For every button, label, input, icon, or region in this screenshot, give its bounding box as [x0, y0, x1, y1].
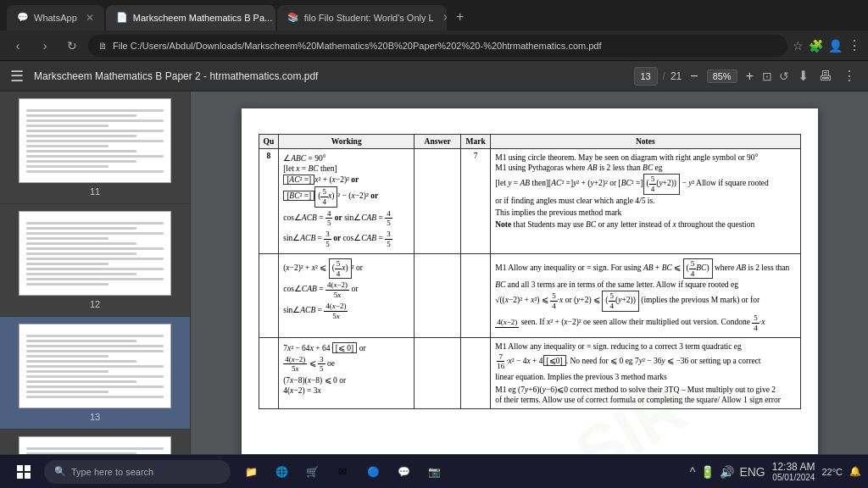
total-pages: 21 — [670, 70, 682, 82]
pdf-toolbar-right: ⬇ 🖶 ⋮ — [796, 66, 858, 86]
zoom-controls: 85% — [707, 69, 737, 83]
answer-cell — [415, 149, 461, 254]
table-row: 7x² − 64x + 64 [⩽ 0] or 4(x−2)5x ⩽ 35 oe… — [259, 337, 800, 409]
back-button[interactable]: ‹ — [7, 35, 29, 57]
more-menu-icon[interactable]: ⋮ — [848, 37, 861, 53]
tab-bar: 💬 WhatsApp ✕ 📄 Markscheem Mathematics B … — [0, 0, 868, 30]
table-row: 8 ∠ABC = 90° [let x = BC then] [AC² =]x²… — [259, 149, 800, 254]
download-button[interactable]: ⬇ — [796, 66, 810, 86]
page-minus-button[interactable]: − — [690, 69, 698, 84]
taskbar-whatsapp[interactable]: 💬 — [390, 458, 417, 485]
address-bar: ‹ › ↻ 🗎 File C:/Users/Abdul/Downloads/Ma… — [0, 30, 868, 61]
svg-rect-0 — [17, 465, 23, 471]
pdf-content: Qu Working Answer Mark Notes 8 — [259, 134, 801, 409]
zoom-value: 85% — [707, 69, 737, 83]
page-plus-button[interactable]: + — [746, 69, 754, 84]
taskbar-store[interactable]: 🛒 — [298, 458, 326, 485]
url-box[interactable]: 🗎 File C:/Users/Abdul/Downloads/Marksche… — [88, 35, 787, 57]
taskbar-pinned-icons: 📁 🌐 🛒 ✉ 🔵 💬 📷 — [237, 458, 448, 485]
question-number-3 — [259, 337, 279, 409]
rotate-button[interactable]: ↺ — [779, 69, 789, 83]
notes-cell-3: M1 Allow any inequality or = sign. reduc… — [491, 337, 800, 409]
thumb-num-11: 11 — [90, 186, 100, 197]
thumb-box-13 — [19, 324, 171, 408]
working-cell-2: (x−2)² + x² ⩽ (54x)² or cos∠CAB = 4(x−2)… — [279, 253, 415, 337]
tab-whatsapp-label: WhatsApp — [34, 13, 77, 23]
thumb-box-14 — [19, 436, 171, 454]
page-number-input[interactable] — [634, 67, 658, 86]
thumb-box-11 — [19, 98, 171, 183]
url-text: File C:/Users/Abdul/Downloads/Markscheem… — [113, 41, 777, 51]
content-area: 11 — [0, 92, 868, 454]
start-button[interactable] — [7, 458, 41, 485]
tab-markscheme[interactable]: 📄 Markscheem Mathematics B Pa... ✕ — [106, 5, 275, 30]
volume-icon[interactable]: 🔊 — [720, 465, 734, 479]
clock-date: 05/01/2024 — [772, 473, 815, 482]
taskbar-search-label: Type here to search — [71, 467, 153, 477]
taskbar-camera[interactable]: 📷 — [420, 458, 448, 485]
sys-icons: ^ 🔋 🔊 ENG — [690, 465, 765, 479]
browser-actions: ☆ 🧩 👤 ⋮ — [793, 37, 861, 53]
extension-icon[interactable]: 🧩 — [809, 39, 823, 53]
battery-icon: 🔋 — [700, 465, 715, 479]
thumbnail-14[interactable]: 14 — [0, 430, 190, 454]
refresh-button[interactable]: ↻ — [61, 35, 83, 57]
file-icon: 🗎 — [98, 41, 108, 51]
forward-button[interactable]: › — [34, 35, 56, 57]
col-answer: Answer — [415, 135, 461, 149]
taskbar-edge[interactable]: 🌐 — [268, 458, 295, 485]
pdf-viewer[interactable]: HABIB SIR Qu Working Answer Mark Notes — [191, 92, 868, 454]
col-working: Working — [279, 135, 415, 149]
pdf-title: Markscheem Mathematics B Paper 2 - htrma… — [34, 70, 627, 82]
mark-cell: 7 — [461, 149, 491, 254]
mark-cell-3 — [461, 337, 491, 409]
pdf-more-button[interactable]: ⋮ — [841, 66, 858, 86]
filo-favicon: 📚 — [287, 12, 299, 24]
thumb-box-12 — [19, 211, 171, 296]
profile-icon[interactable]: 👤 — [828, 39, 843, 53]
notification-icon[interactable]: 🔔 — [849, 466, 861, 477]
clock-time: 12:38 AM — [772, 461, 815, 473]
taskbar-system-tray: ^ 🔋 🔊 ENG 12:38 AM 05/01/2024 22°C 🔔 — [690, 461, 861, 482]
taskbar-file-explorer[interactable]: 📁 — [237, 458, 264, 485]
taskbar-search-icon: 🔍 — [54, 466, 66, 477]
pdf-page: HABIB SIR Qu Working Answer Mark Notes — [242, 108, 818, 454]
thumb-num-12: 12 — [90, 299, 100, 309]
mark-scheme-table: Qu Working Answer Mark Notes 8 — [259, 134, 801, 409]
working-cell-3: 7x² − 64x + 64 [⩽ 0] or 4(x−2)5x ⩽ 35 oe… — [279, 337, 415, 409]
system-clock[interactable]: 12:38 AM 05/01/2024 — [772, 461, 815, 482]
svg-rect-1 — [25, 465, 31, 471]
svg-rect-3 — [25, 473, 31, 479]
question-number: 8 — [259, 149, 279, 254]
answer-cell-3 — [415, 337, 461, 409]
bookmark-icon[interactable]: ☆ — [793, 39, 804, 53]
tab-whatsapp-close[interactable]: ✕ — [86, 12, 94, 24]
tab-whatsapp[interactable]: 💬 WhatsApp ✕ — [7, 5, 104, 30]
tab-filo[interactable]: 📚 filo Filo Student: World's Only L ✕ — [277, 5, 447, 30]
thumbnail-13[interactable]: 13 — [0, 317, 190, 430]
temp-label: 22°C — [821, 467, 843, 477]
thumbnail-12[interactable]: 12 — [0, 204, 190, 317]
taskbar-search-box[interactable]: 🔍 Type here to search — [44, 460, 231, 484]
table-row: (x−2)² + x² ⩽ (54x)² or cos∠CAB = 4(x−2)… — [259, 253, 800, 337]
lang-label: ENG — [739, 465, 765, 479]
fit-page-button[interactable]: ⊡ — [762, 69, 772, 83]
col-qu: Qu — [259, 135, 279, 149]
print-button[interactable]: 🖶 — [817, 67, 834, 86]
thumb-num-13: 13 — [90, 412, 100, 422]
question-number-2 — [259, 253, 279, 337]
markscheme-favicon: 📄 — [116, 12, 128, 24]
working-cell: ∠ABC = 90° [let x = BC then] [AC² =]x² +… — [279, 149, 415, 254]
new-tab-button[interactable]: + — [448, 5, 472, 29]
sidebar-toggle-button[interactable]: ☰ — [10, 67, 24, 86]
mark-cell-2 — [461, 253, 491, 337]
thumbnail-11[interactable]: 11 — [0, 92, 190, 204]
taskbar-chrome[interactable]: 🔵 — [359, 458, 387, 485]
network-icon[interactable]: ^ — [690, 465, 696, 479]
svg-rect-2 — [17, 473, 23, 479]
tab-filo-close[interactable]: ✕ — [442, 12, 447, 24]
col-mark: Mark — [461, 135, 491, 149]
thumbnail-sidebar: 11 — [0, 92, 191, 454]
taskbar-mail[interactable]: ✉ — [329, 458, 356, 485]
pdf-navigation: / 21 — [634, 67, 682, 86]
